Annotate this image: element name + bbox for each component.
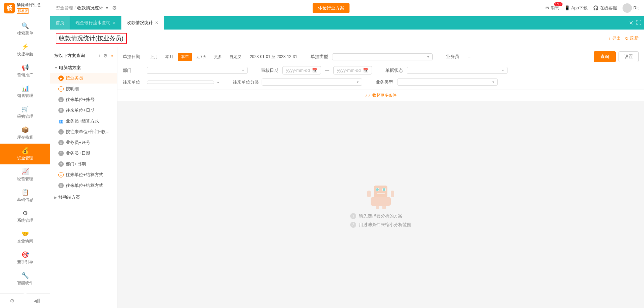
tree-item-partner-settle2[interactable]: ⊞ 往来单位+结算方式 [50,180,117,191]
page-title: 收款情况统计(按业务员) [56,33,127,44]
export-button[interactable]: ↑ 导出 [609,35,621,41]
review-end-text: yyyy-mm-dd [337,68,361,73]
staff-dots-icon[interactable]: ··· [468,54,472,59]
search-icon: 🔍 [21,22,29,30]
partner-select[interactable] [147,81,214,84]
breadcrumb-text: 资金管理 [56,5,73,11]
calendar-start-icon: 📅 [312,68,317,73]
sidebar-item-wechat[interactable]: 💬 企业微信 [0,289,50,293]
sidebar-label-operation: 经营管理 [17,176,33,182]
review-filter: 审核日期 yyyy-mm-dd 📅 — yyyy-mm-dd 📅 [261,66,372,74]
panel-collapse-icon[interactable]: « [110,53,113,58]
sidebar-label-guide: 新手引导 [17,259,33,265]
panel-settings-icon[interactable]: ⚙ [103,53,108,58]
sidebar-item-hardware[interactable]: 🔧 智能硬件 [0,268,50,289]
tab-close-all-icon[interactable]: ✕ [629,20,633,26]
tree-item-partner-settle1[interactable]: ⊞ 往来单位+结算方式 [50,169,117,180]
refresh-button[interactable]: ↻ 刷新 [625,35,639,41]
tree-icon-by-detail: ⊞ [58,86,64,92]
tab-receipt-label: 收款情况统计 [127,20,153,26]
left-panel: 按以下方案查询 + ⚙ « ▼ 电脑端方案 ▶ 按业务员 ⊞ [50,47,117,308]
collapse-bar[interactable]: ∧∧ 收起更多条件 [117,90,644,101]
sidebar-item-inventory[interactable]: 📦 库存核算 [0,123,50,144]
header-dropdown-icon[interactable]: ▾ [106,6,108,10]
dept-select[interactable]: ▾ [147,67,248,74]
tree-item-unit-dept[interactable]: ⊞ 按往来单位+部门+收... [50,126,117,137]
date-range-display: 2023-01-01 至 2023-12-31 [250,54,297,60]
staff-label: 业务员 [446,54,465,60]
review-start-input[interactable]: yyyy-mm-dd 📅 [282,66,321,74]
desktop-section-title[interactable]: ▼ 电脑端方案 [50,63,117,73]
sidebar-item-sales[interactable]: 📊 销售管理 [0,81,50,102]
tab-home[interactable]: 首页 [50,16,70,30]
collapse-up-icon: ∧∧ [365,93,371,98]
logo-icon: 畅 [4,3,15,13]
sidebar-item-search[interactable]: 🔍 搜索菜单 [0,19,50,40]
sidebar-item-system[interactable]: ⚙ 系统管理 [0,206,50,227]
sidebar-label-basic: 基础信息 [17,197,33,203]
message-button[interactable]: ✉ 消息 99+ [545,5,559,11]
sidebar-item-quick[interactable]: ⚡ 快捷导航 [0,40,50,60]
sidebar-item-purchase[interactable]: 🛒 采购管理 [0,102,50,123]
trial-button[interactable]: 体验行业方案 [313,3,350,13]
tree-item-partner-date[interactable]: ⊞ 往来单位+日期 [50,105,117,116]
date-tab-last7[interactable]: 近7天 [193,53,210,61]
filter-row-1: 单据日期 上月 本月 本年 近7天 更多 自定义 2023-01-01 至 20… [123,51,639,62]
desktop-section-label: 电脑端方案 [59,65,81,71]
footer-collapse-icon[interactable]: ◀II [34,298,41,304]
sidebar-item-marketing[interactable]: 📢 营销推广 [0,60,50,81]
step-1-num: 1 [350,213,356,219]
tree-item-by-staff[interactable]: ▶ 按业务员 [50,73,117,84]
doc-status-select[interactable]: ▾ [407,67,507,74]
query-button[interactable]: 查询 [594,51,616,62]
review-label: 审核日期 [261,67,280,73]
sidebar-item-operation[interactable]: 📈 经营管理 [0,164,50,185]
tree-item-by-detail[interactable]: ⊞ 按明细 [50,84,117,94]
tab-receipt[interactable]: 收款情况统计 ✕ [121,16,164,30]
tree-desktop-section: ▼ 电脑端方案 ▶ 按业务员 ⊞ 按明细 ⊞ 往来单位+账号 ⊞ [50,61,117,192]
date-tab-last-month[interactable]: 上月 [147,53,161,61]
partner-category-label: 往来单位分类 [233,79,259,85]
sales-icon: 📊 [21,85,29,92]
tab-bar: 首页 现金银行流水查询 ✕ 收款情况统计 ✕ ✕ ⛶ [50,16,644,30]
tree-item-staff-settle[interactable]: ▦ 业务员+结算方式 [50,116,117,126]
tree-label-by-staff: 按业务员 [66,75,83,81]
sidebar-item-corp[interactable]: 🤝 企业协同 [0,227,50,248]
panel-add-icon[interactable]: + [98,53,101,58]
tab-receipt-close-icon[interactable]: ✕ [155,20,158,25]
sidebar-item-finance[interactable]: 💰 资金管理 [0,144,50,164]
user-area[interactable]: Rit [623,3,639,13]
date-tab-this-year[interactable]: 本年 [178,53,192,61]
tab-maximize-icon[interactable]: ⛶ [636,20,641,26]
tree-item-staff-date[interactable]: ⊙ 业务员+日期 [50,148,117,159]
step-2-text: 用过滤条件来缩小分析范围 [359,222,411,228]
tab-bank[interactable]: 现金银行流水查询 ✕ [70,16,121,30]
category-select[interactable]: ▾ [332,53,433,60]
tree-item-staff-account[interactable]: ⊞ 业务员+账号 [50,137,117,148]
partner-category-select[interactable]: ▾ [262,79,362,86]
logo-tag: 标准版 [17,8,29,14]
breadcrumb-sep: / [74,5,76,10]
footer-settings-icon[interactable]: ⚙ [10,298,14,304]
sidebar-item-basic[interactable]: 📋 基础信息 [0,185,50,206]
app-download-button[interactable]: 📱 App下载 [565,5,588,11]
mobile-section[interactable]: ▶ 移动端方案 [50,192,117,202]
tree-item-dept-date[interactable]: ⊙ 部门+日期 [50,159,117,169]
date-tab-custom[interactable]: 自定义 [226,53,245,61]
tab-bank-close-icon[interactable]: ✕ [112,20,116,25]
svg-rect-4 [371,197,391,206]
header-gear-icon[interactable]: ⚙ [112,5,117,11]
partner-dots-icon[interactable]: ··· [215,80,219,85]
online-service-button[interactable]: 🎧 在线客服 [593,5,617,11]
settings-button[interactable]: 设置 [619,51,639,62]
biz-type-select[interactable]: ▾ [397,79,498,86]
sidebar-item-guide[interactable]: 🎯 新手引导 [0,248,50,268]
date-tab-more[interactable]: 更多 [211,53,225,61]
review-end-input[interactable]: yyyy-mm-dd 📅 [333,66,372,74]
filter-area: 单据日期 上月 本月 本年 近7天 更多 自定义 2023-01-01 至 20… [117,47,644,90]
user-name: Rit [633,5,639,10]
download-label: App下载 [571,5,588,11]
tree-item-partner-account[interactable]: ⊞ 往来单位+账号 [50,94,117,105]
date-tab-this-month[interactable]: 本月 [162,53,176,61]
svg-rect-6 [391,191,394,197]
